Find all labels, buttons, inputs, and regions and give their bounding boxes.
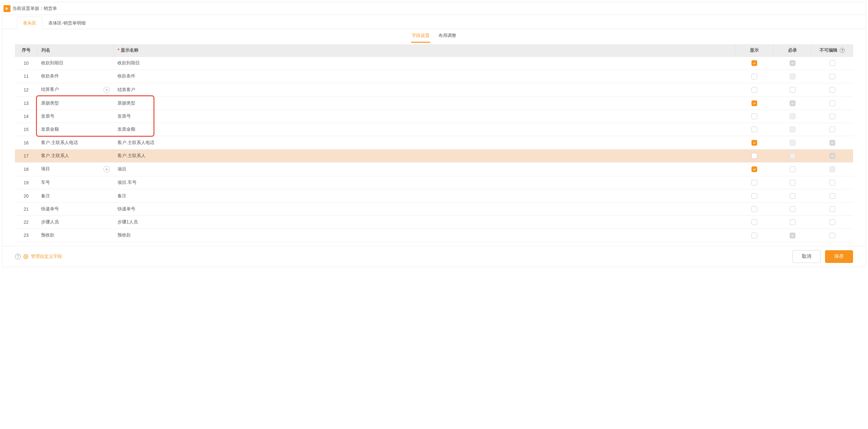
checkbox-show[interactable]: [751, 126, 757, 132]
cell-seq: 12: [15, 83, 37, 96]
checkbox-show[interactable]: [751, 101, 757, 106]
cell-readonly: [812, 202, 853, 216]
checkbox-show[interactable]: [751, 166, 757, 172]
table-row: 16客户.主联系人电话客户.主联系人电话: [15, 136, 853, 149]
checkbox-readonly[interactable]: [830, 180, 835, 185]
cell-show: [735, 123, 773, 136]
expand-sidebar-button[interactable]: [3, 5, 10, 12]
cell-dispname[interactable]: 备注: [114, 189, 735, 202]
cell-seq: 17: [15, 149, 37, 162]
checkbox-show[interactable]: [751, 140, 757, 146]
checkbox-readonly[interactable]: [830, 193, 835, 199]
table-row: 12结算客户+结算客户: [15, 83, 853, 96]
cell-dispname[interactable]: 发票号: [114, 110, 735, 123]
cell-colname: 发票金额: [37, 123, 114, 136]
checkbox-show[interactable]: [751, 60, 757, 66]
table-row: 11收款条件收款条件: [15, 70, 853, 83]
cell-colname: 收款条件: [37, 70, 114, 83]
cell-dispname[interactable]: 项目.车号: [114, 176, 735, 189]
checkbox-show[interactable]: [751, 206, 757, 212]
cell-readonly: [812, 123, 853, 136]
col-seq-header: 序号: [15, 44, 37, 57]
checkbox-readonly: [830, 153, 835, 159]
cell-colname: 备注: [37, 189, 114, 202]
cell-dispname[interactable]: 结算客户: [114, 83, 735, 96]
checkbox-readonly[interactable]: [830, 126, 835, 132]
checkbox-readonly: [830, 166, 835, 172]
col-required-header: 必录: [773, 44, 812, 57]
checkbox-show[interactable]: [751, 233, 757, 238]
checkbox-show[interactable]: [751, 153, 757, 159]
cell-required: [773, 176, 812, 189]
checkbox-show[interactable]: [751, 113, 757, 119]
checkbox-readonly[interactable]: [830, 219, 835, 225]
tab-header-area[interactable]: 表头区: [17, 17, 42, 29]
tab-body-area[interactable]: 表体区-销货单明细: [42, 17, 92, 29]
help-circle-icon[interactable]: ?: [15, 254, 21, 259]
cell-readonly: [812, 189, 853, 202]
col-name-header: 列名: [37, 44, 114, 57]
cell-show: [735, 70, 773, 83]
col-show-header: 显示: [735, 44, 773, 57]
checkbox-readonly[interactable]: [830, 60, 835, 66]
add-plus-icon[interactable]: +: [103, 87, 110, 93]
cell-seq: 19: [15, 176, 37, 189]
add-plus-icon[interactable]: +: [103, 166, 110, 172]
cell-readonly: [812, 176, 853, 189]
cell-dispname[interactable]: 预收款: [114, 229, 735, 242]
cell-seq: 20: [15, 189, 37, 202]
cell-required: [773, 123, 812, 136]
cell-colname: 步骤人员: [37, 216, 114, 229]
checkbox-required[interactable]: [790, 219, 796, 225]
checkbox-required[interactable]: [790, 87, 796, 93]
page: 当前设置单据：销货单 表头区 表体区-销货单明细 字段设置 布局调整 序号 列名…: [2, 2, 866, 267]
cancel-button[interactable]: 取消: [793, 250, 820, 263]
checkbox-readonly[interactable]: [830, 113, 835, 119]
checkbox-show[interactable]: [751, 193, 757, 199]
checkbox-readonly[interactable]: [830, 206, 835, 212]
cell-readonly: [812, 229, 853, 242]
checkbox-readonly[interactable]: [830, 233, 835, 238]
save-button[interactable]: 保存: [825, 250, 853, 263]
checkbox-required[interactable]: [790, 166, 796, 172]
tab-field-settings[interactable]: 字段设置: [411, 31, 430, 43]
cell-required: [773, 189, 812, 202]
col-disp-header: *显示名称: [114, 44, 735, 57]
svg-point-0: [25, 256, 26, 257]
cell-dispname[interactable]: 收款条件: [114, 70, 735, 83]
checkbox-readonly[interactable]: [830, 101, 835, 106]
cell-show: [735, 96, 773, 110]
cell-dispname[interactable]: 快递单号: [114, 202, 735, 216]
footer-buttons: 取消 保存: [793, 250, 853, 263]
cell-colname: 结算客户+: [37, 83, 114, 96]
checkbox-readonly[interactable]: [830, 87, 835, 93]
cell-required: [773, 202, 812, 216]
cell-dispname[interactable]: 票据类型: [114, 96, 735, 110]
checkbox-required: [790, 113, 796, 119]
cell-readonly: [812, 110, 853, 123]
table-row: 21快递单号快递单号: [15, 202, 853, 216]
checkbox-readonly: [830, 140, 835, 146]
cell-dispname[interactable]: 发票金额: [114, 123, 735, 136]
cell-show: [735, 110, 773, 123]
help-icon[interactable]: ?: [840, 48, 845, 53]
cell-dispname[interactable]: 步骤1人员: [114, 216, 735, 229]
checkbox-show[interactable]: [751, 87, 757, 93]
cell-dispname[interactable]: 客户.主联系人电话: [114, 136, 735, 149]
checkbox-required[interactable]: [790, 193, 796, 199]
checkbox-show[interactable]: [751, 74, 757, 79]
cell-readonly: [812, 163, 853, 176]
cell-dispname[interactable]: 项目: [114, 163, 735, 176]
checkbox-show[interactable]: [751, 180, 757, 185]
manage-custom-fields-link[interactable]: 管理自定义字段: [31, 254, 62, 259]
checkbox-readonly[interactable]: [830, 74, 835, 79]
cell-dispname[interactable]: 收款到期日: [114, 57, 735, 70]
table-container: 序号 列名 *显示名称 显示 必录 不可编辑 ? 10收款到期日收款到期日11收…: [2, 44, 866, 246]
checkbox-show[interactable]: [751, 219, 757, 225]
col-readonly-header: 不可编辑 ?: [812, 44, 853, 57]
tab-layout-adjust[interactable]: 布局调整: [438, 31, 457, 43]
cell-dispname[interactable]: 客户.主联系人: [114, 149, 735, 162]
checkbox-required[interactable]: [790, 180, 796, 185]
checkbox-required[interactable]: [790, 206, 796, 212]
cell-show: [735, 176, 773, 189]
